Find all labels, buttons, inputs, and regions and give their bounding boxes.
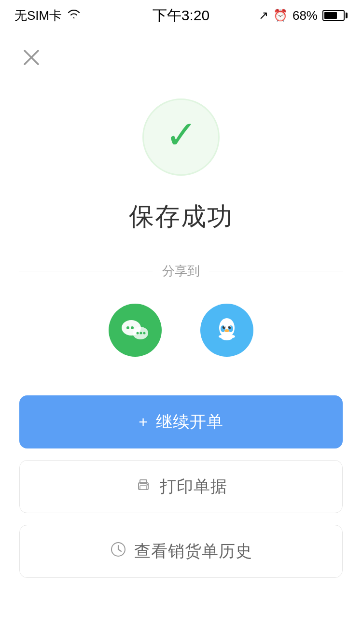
battery-icon — [322, 10, 348, 21]
divider-right — [209, 271, 343, 271]
svg-rect-22 — [140, 486, 147, 490]
close-button-row — [19, 31, 343, 79]
status-left: 无SIM卡 — [14, 7, 81, 24]
svg-point-14 — [224, 326, 225, 327]
location-icon: ↗ — [259, 9, 268, 22]
share-divider: 分享到 — [19, 263, 343, 280]
plus-icon: + — [139, 413, 148, 431]
share-wechat-button[interactable] — [109, 304, 162, 357]
svg-point-4 — [131, 326, 134, 329]
status-right: ↗ ⏰ 68% — [259, 8, 348, 23]
svg-point-16 — [224, 329, 229, 332]
battery-percent: 68% — [292, 8, 318, 23]
action-buttons: + 继续开单 打印单据 — [19, 395, 343, 578]
svg-point-12 — [223, 326, 225, 329]
checkmark-icon: ✓ — [165, 116, 197, 154]
svg-point-23 — [147, 484, 148, 486]
alarm-icon: ⏰ — [273, 9, 288, 22]
svg-point-3 — [126, 326, 129, 329]
carrier-label: 无SIM卡 — [14, 7, 62, 24]
success-title: 保存成功 — [129, 200, 233, 234]
main-content: ✓ 保存成功 分享到 — [0, 31, 362, 578]
share-icons-row — [109, 304, 253, 357]
share-qq-button[interactable] — [200, 304, 253, 357]
history-label: 查看销货单历史 — [134, 540, 252, 562]
print-button[interactable]: 打印单据 — [19, 460, 343, 513]
svg-point-7 — [140, 332, 142, 334]
svg-point-15 — [230, 326, 231, 327]
share-label: 分享到 — [162, 263, 200, 280]
print-icon — [135, 476, 152, 497]
close-button[interactable] — [19, 45, 43, 70]
print-label: 打印单据 — [160, 476, 227, 498]
svg-line-26 — [118, 549, 121, 551]
svg-point-8 — [143, 332, 146, 334]
wifi-icon — [67, 8, 81, 23]
svg-point-6 — [137, 332, 139, 334]
status-bar: 无SIM卡 下午3:20 ↗ ⏰ 68% — [0, 0, 362, 31]
clock-icon — [110, 541, 126, 561]
status-time: 下午3:20 — [153, 6, 209, 26]
success-icon-circle: ✓ — [142, 98, 220, 176]
svg-point-18 — [219, 335, 223, 338]
continue-button[interactable]: + 继续开单 — [19, 395, 343, 448]
svg-point-13 — [228, 326, 231, 329]
divider-left — [19, 271, 153, 271]
continue-label: 继续开单 — [156, 411, 223, 433]
svg-point-19 — [230, 335, 235, 338]
history-button[interactable]: 查看销货单历史 — [19, 525, 343, 578]
